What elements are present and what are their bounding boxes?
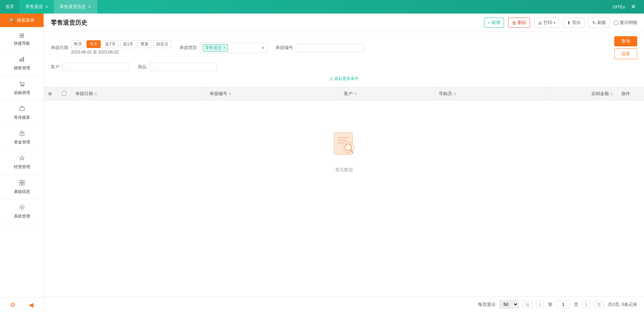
svg-rect-9 <box>22 180 24 182</box>
first-page-button[interactable]: ⟨⟨ <box>523 301 532 308</box>
tab-retail-return-history[interactable]: 零售退货历史 ✕ <box>54 0 97 14</box>
th-doc-date: 单据日期 ⇅ <box>71 87 205 101</box>
customer-label: 客户 <box>51 64 59 70</box>
header-actions: + 新增 🗑 删除 🖨 打印 ▾ ⬆ 导出 ↻ 刷新 <box>484 18 637 28</box>
svg-rect-2 <box>23 57 24 62</box>
filter-customer: 客户 ... <box>51 63 130 71</box>
content-area: 零售退货历史 + 新增 🗑 删除 🖨 打印 ▾ ⬆ 导出 ↻ <box>44 14 644 312</box>
date-btn-1month[interactable]: 近1月 <box>120 40 137 48</box>
page-number-input[interactable] <box>556 300 570 308</box>
next-page-button[interactable]: ⟩ <box>582 301 590 308</box>
system-mgmt-icon <box>19 204 25 212</box>
doc-no-label: 单据编号 <box>276 45 293 51</box>
sidebar-item-system-mgmt[interactable]: 系统管理 <box>0 200 44 224</box>
date-range-text: 2023-06-02 至 2023-06-02 <box>71 49 119 55</box>
svg-point-3 <box>21 85 22 86</box>
date-btn-today[interactable]: 今天 <box>87 40 101 48</box>
sidebar-item-inventory[interactable]: 库存核算 <box>0 101 44 126</box>
date-btn-custom[interactable]: 自定义 <box>153 40 171 48</box>
prev-page-button[interactable]: ⟨ <box>536 301 544 308</box>
th-customer: 客户 ⇅ <box>340 87 435 101</box>
export-button[interactable]: ⬆ 导出 <box>563 18 585 28</box>
tab-retail-return-history-close[interactable]: ✕ <box>88 4 91 9</box>
svg-rect-14 <box>337 137 349 138</box>
doc-type-arrow-icon: ▾ <box>262 45 264 50</box>
doc-no-input[interactable] <box>296 44 363 52</box>
collapse-up-icon: ⋀ <box>330 76 333 81</box>
delete-button[interactable]: 🗑 删除 <box>508 18 530 28</box>
doc-date-sort-icon: ⇅ <box>94 92 97 96</box>
svg-point-7 <box>21 134 22 135</box>
select-all-checkbox[interactable] <box>62 91 66 95</box>
finance-icon <box>19 130 25 138</box>
customer-placeholder: ... <box>65 64 69 69</box>
settings-icon[interactable]: ⚙ <box>10 301 16 309</box>
doc-no-sort-icon: ⇅ <box>229 92 231 96</box>
filter-doc-no: 单据编号 <box>276 44 363 52</box>
doc-type-label: 单据类型 <box>180 45 197 51</box>
empty-row: 暂无数据 <box>44 101 644 200</box>
table-footer: 每页显示 50 100 200 ⟨⟨ ⟨ 第 页 ⟩ ⟩⟩ 共0页, 0条记录 <box>44 296 644 312</box>
sidebar-item-system-mgmt-label: 系统管理 <box>14 214 30 219</box>
last-page-button[interactable]: ⟩⟩ <box>594 301 604 308</box>
date-btn-7days[interactable]: 近7天 <box>102 40 119 48</box>
sidebar-search-button[interactable]: 🔍 搜索菜单 <box>0 14 44 27</box>
settings-button[interactable]: 设置 <box>614 48 637 59</box>
filter-doc-type: 单据类型 零售退货 ✕ ▾ <box>180 43 267 53</box>
goods-input[interactable]: ... <box>149 63 217 71</box>
new-button[interactable]: + 新增 <box>484 18 504 28</box>
window-close-button[interactable]: ✕ <box>628 3 639 10</box>
tab-retail-return-close[interactable]: ✕ <box>45 4 48 9</box>
gear-icon[interactable]: ⚙ <box>48 91 52 96</box>
th-guide-sort[interactable]: 导购员 ⇅ <box>439 91 545 97</box>
print-button[interactable]: 🖨 打印 ▾ <box>534 18 559 28</box>
th-actual-amount-sort[interactable]: 实销金额 ⇅ <box>554 91 613 97</box>
doc-type-tag-text: 零售退货 <box>205 45 221 51</box>
collapse-label: 收起更多条件 <box>334 76 359 82</box>
show-detail-input[interactable] <box>614 21 618 25</box>
tab-home[interactable]: 首页 <box>0 0 20 14</box>
show-detail-checkbox[interactable]: 显示明细 <box>614 20 637 26</box>
th-gear: ⚙ <box>44 87 57 101</box>
th-doc-no-label: 单据编号 <box>210 91 227 97</box>
th-guide: 导购员 ⇅ <box>435 87 549 101</box>
date-btn-more[interactable]: 更多 <box>138 40 152 48</box>
collapse-btn[interactable]: ⋀ 收起更多条件 <box>51 74 637 83</box>
tab-retail-return-label: 零售退货 <box>25 4 43 10</box>
th-customer-sort[interactable]: 客户 ⇅ <box>344 91 430 97</box>
th-guide-label: 导购员 <box>439 91 452 97</box>
th-checkbox <box>57 87 71 101</box>
sidebar-item-quick-nav[interactable]: ⊞ 快捷导航 <box>0 27 44 51</box>
collapse-sidebar-icon[interactable]: ◀ <box>29 301 33 309</box>
doc-type-select[interactable]: 零售退货 ✕ ▾ <box>200 43 267 53</box>
sidebar-item-finance[interactable]: 资金管理 <box>0 126 44 150</box>
refresh-button[interactable]: ↻ 刷新 <box>589 18 610 28</box>
sidebar-items: ⊞ 快捷导航 销售管理 采购管理 库存核算 <box>0 27 44 297</box>
sidebar: 🔍 搜索菜单 ⊞ 快捷导航 销售管理 采购管理 <box>0 14 44 312</box>
th-doc-date-sort[interactable]: 单据日期 ⇅ <box>75 91 201 97</box>
sidebar-item-sales-mgmt[interactable]: 销售管理 <box>0 51 44 76</box>
sales-mgmt-icon <box>19 56 25 64</box>
doc-type-tag: 零售退货 ✕ <box>203 44 228 51</box>
purchase-mgmt-icon <box>19 81 25 89</box>
sidebar-item-quick-nav-label: 快捷导航 <box>14 41 30 46</box>
per-page-select[interactable]: 50 100 200 <box>500 300 519 309</box>
show-detail-label: 显示明细 <box>620 20 637 26</box>
sidebar-item-purchase-mgmt[interactable]: 采购管理 <box>0 76 44 101</box>
refresh-label: 刷新 <box>597 20 606 26</box>
goods-label: 商品 <box>138 64 147 70</box>
svg-rect-10 <box>20 183 22 185</box>
tab-list: 首页 零售退货 ✕ 零售退货历史 ✕ <box>0 0 613 14</box>
date-btn-yesterday[interactable]: 昨天 <box>71 40 85 48</box>
th-doc-no-sort[interactable]: 单据编号 ⇅ <box>210 91 335 97</box>
doc-type-tag-close[interactable]: ✕ <box>223 46 225 50</box>
th-doc-date-label: 单据日期 <box>75 91 93 97</box>
page-label-prefix: 第 <box>548 302 552 308</box>
page-title: 零售退货历史 <box>51 19 87 27</box>
sidebar-item-basic-info[interactable]: 基础信息 <box>0 175 44 200</box>
svg-point-4 <box>23 85 24 86</box>
tab-retail-return[interactable]: 零售退货 ✕ <box>20 0 54 14</box>
sidebar-item-operation[interactable]: 经营管理 <box>0 150 44 175</box>
query-button[interactable]: 查询 <box>614 36 637 46</box>
customer-input[interactable]: ... <box>62 63 130 71</box>
